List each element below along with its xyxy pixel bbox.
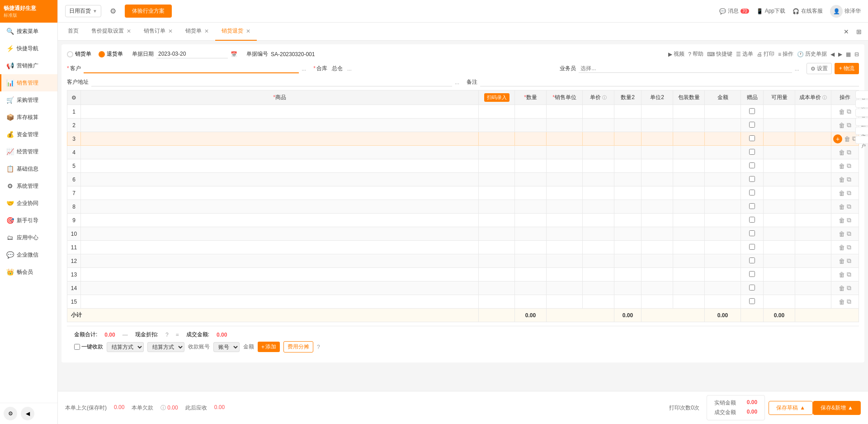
- amount-cell-11[interactable]: [705, 241, 741, 254]
- product-cell-2[interactable]: [81, 119, 479, 132]
- gift-cell-3[interactable]: [741, 132, 764, 146]
- qty-cell-11[interactable]: [515, 241, 547, 254]
- gift-checkbox-9[interactable]: [749, 217, 755, 223]
- copy-row-btn-11[interactable]: ⧉: [847, 243, 851, 251]
- unit-cell-12[interactable]: [547, 254, 583, 268]
- gift-checkbox-12[interactable]: [749, 257, 755, 263]
- account-select[interactable]: 账号: [213, 342, 240, 352]
- topbar-gear-btn[interactable]: ⚙: [107, 5, 119, 18]
- split-btn[interactable]: 费用分摊: [283, 341, 313, 353]
- price-cell-14[interactable]: [583, 281, 614, 295]
- gift-cell-6[interactable]: [741, 173, 764, 186]
- price-cell-5[interactable]: [583, 159, 614, 173]
- pack-cell-10[interactable]: [673, 227, 705, 241]
- sidebar-item-1[interactable]: ⚡ 快捷导航: [0, 40, 57, 57]
- price-cell-1[interactable]: [583, 105, 614, 119]
- gift-cell-4[interactable]: [741, 146, 764, 159]
- unit-cell-7[interactable]: [547, 186, 583, 200]
- qty2-cell-1[interactable]: [614, 105, 642, 119]
- unit-cell-11[interactable]: [547, 241, 583, 254]
- pack-cell-5[interactable]: [673, 159, 705, 173]
- amount-cell-14[interactable]: [705, 281, 741, 295]
- product-cell-5[interactable]: [81, 159, 479, 173]
- delete-row-btn-11[interactable]: 🗑: [839, 244, 845, 251]
- price-cell-4[interactable]: [583, 146, 614, 159]
- gift-checkbox-11[interactable]: [749, 244, 755, 250]
- salesperson-input[interactable]: [579, 64, 792, 73]
- delete-row-btn-1[interactable]: 🗑: [839, 108, 845, 115]
- settlement-select[interactable]: 结算方式: [107, 342, 144, 352]
- gift-cell-2[interactable]: [741, 119, 764, 132]
- gift-checkbox-14[interactable]: [749, 285, 755, 291]
- delete-row-btn-8[interactable]: 🗑: [839, 203, 845, 210]
- sidebar-item-12[interactable]: 🗂 应用中心: [0, 229, 57, 246]
- amount-cell-7[interactable]: [705, 186, 741, 200]
- price-cell-13[interactable]: [583, 268, 614, 281]
- copy-row-btn-8[interactable]: ⧉: [847, 203, 851, 210]
- qty-cell-4[interactable]: [515, 146, 547, 159]
- sidebar-item-9[interactable]: ⚙ 系统管理: [0, 177, 57, 195]
- calendar-icon[interactable]: 📅: [231, 51, 237, 57]
- copy-row-btn-15[interactable]: ⧉: [847, 298, 851, 305]
- sidebar-item-8[interactable]: 📋 基础信息: [0, 160, 57, 177]
- product-input-active[interactable]: [83, 136, 476, 142]
- qty-cell-8[interactable]: [515, 200, 547, 214]
- amount-cell-15[interactable]: [705, 295, 741, 309]
- select-bill-btn[interactable]: ☰ 选单: [736, 50, 753, 58]
- tab-close-2[interactable]: ✕: [168, 28, 173, 34]
- qty-cell-7[interactable]: [515, 186, 547, 200]
- tab-close-all-btn[interactable]: ✕: [841, 26, 852, 37]
- price-cell-6[interactable]: [583, 173, 614, 186]
- gift-checkbox-3[interactable]: [749, 135, 755, 141]
- pack-cell-4[interactable]: [673, 146, 705, 159]
- sidebar-item-4[interactable]: 🛒 采购管理: [0, 91, 57, 109]
- customer-dots[interactable]: ...: [302, 66, 306, 72]
- copy-row-btn-9[interactable]: ⧉: [847, 216, 851, 224]
- date-input[interactable]: [156, 50, 228, 58]
- copy-row-btn-4[interactable]: ⧉: [847, 148, 851, 156]
- qty-cell-6[interactable]: [515, 173, 547, 186]
- unit-cell-2[interactable]: [547, 119, 583, 132]
- unit-cell-1[interactable]: [547, 105, 583, 119]
- tab-1[interactable]: 售价提取设置✕: [85, 23, 137, 41]
- product-cell-6[interactable]: [81, 173, 479, 186]
- category-select[interactable]: 日用百货 ▼: [65, 5, 101, 17]
- qty2-cell-3[interactable]: [614, 132, 642, 146]
- nav-prev-btn[interactable]: ◀: [830, 51, 835, 57]
- side-btn-note[interactable]: 单: [855, 91, 868, 99]
- copy-row-btn-2[interactable]: ⧉: [847, 121, 851, 129]
- qty-cell-12[interactable]: [515, 254, 547, 268]
- warehouse-dots[interactable]: ...: [347, 66, 352, 72]
- qty2-cell-11[interactable]: [614, 241, 642, 254]
- app-download-btn[interactable]: 📱 App下载: [756, 7, 785, 15]
- online-service-btn[interactable]: 🎧 在线客服: [793, 7, 823, 15]
- product-cell-7[interactable]: [81, 186, 479, 200]
- tab-4[interactable]: 销货退货✕: [215, 23, 257, 41]
- side-btn-attach[interactable]: 附: [855, 118, 868, 126]
- help-btn[interactable]: ? 帮助: [688, 50, 703, 58]
- product-cell-1[interactable]: [81, 105, 479, 119]
- copy-row-btn-5[interactable]: ⧉: [847, 162, 851, 170]
- salesperson-dots[interactable]: ...: [795, 66, 799, 72]
- copy-row-btn-12[interactable]: ⧉: [847, 257, 851, 265]
- unit-cell-5[interactable]: [547, 159, 583, 173]
- qty2-cell-12[interactable]: [614, 254, 642, 268]
- add-payment-btn[interactable]: + 添加: [258, 342, 280, 352]
- qty-cell-14[interactable]: [515, 281, 547, 295]
- sidebar-settings-btn[interactable]: ⚙: [4, 407, 17, 420]
- qty-cell-15[interactable]: [515, 295, 547, 309]
- price-cell-3[interactable]: [583, 132, 614, 146]
- sidebar-item-11[interactable]: 🎯 新手引导: [0, 212, 57, 229]
- gift-checkbox-4[interactable]: [749, 149, 755, 155]
- delete-row-btn-12[interactable]: 🗑: [839, 257, 845, 265]
- qty-cell-3[interactable]: [515, 132, 547, 146]
- gift-cell-9[interactable]: [741, 214, 764, 227]
- qty2-cell-13[interactable]: [614, 268, 642, 281]
- qty2-cell-6[interactable]: [614, 173, 642, 186]
- copy-row-btn-14[interactable]: ⧉: [847, 284, 851, 292]
- scan-btn[interactable]: 扫码录入: [484, 93, 509, 102]
- qty2-cell-2[interactable]: [614, 119, 642, 132]
- product-cell-13[interactable]: [81, 268, 479, 281]
- trial-btn[interactable]: 体验行业方案: [125, 5, 172, 18]
- gift-checkbox-6[interactable]: [749, 176, 755, 182]
